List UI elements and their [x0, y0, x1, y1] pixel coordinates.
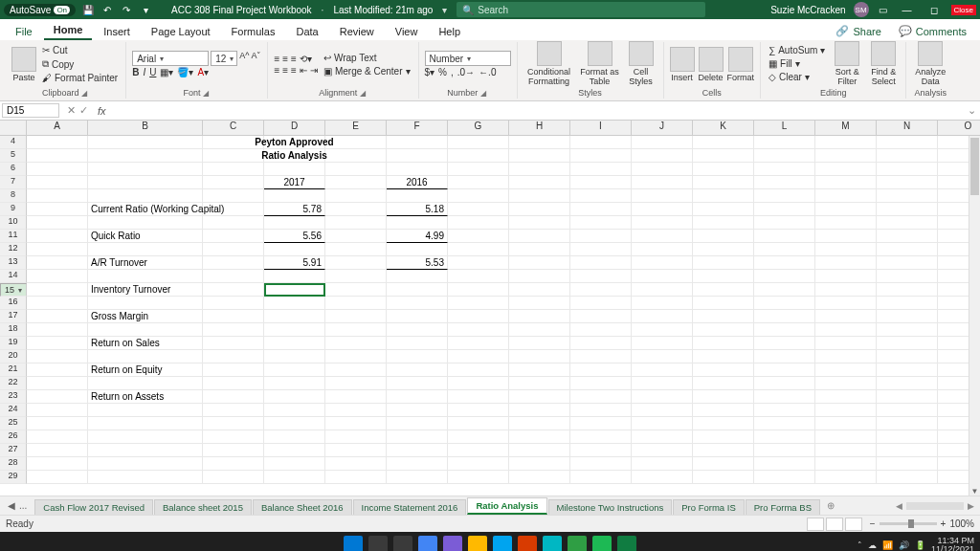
cell-K11[interactable]: [693, 230, 754, 243]
cell-N23[interactable]: [877, 390, 938, 404]
taskbar-app-5[interactable]: [518, 536, 537, 551]
cell-H29[interactable]: [509, 471, 570, 484]
cell-L23[interactable]: [754, 390, 815, 404]
cell-A17[interactable]: [27, 310, 88, 323]
analyze-data-button[interactable]: Analyze Data: [912, 41, 948, 86]
cell-B17[interactable]: Gross Margin: [88, 310, 203, 323]
cell-N25[interactable]: [877, 417, 938, 430]
italic-button[interactable]: I: [143, 67, 145, 77]
cell-F26[interactable]: [387, 430, 448, 444]
cell-C20[interactable]: [203, 350, 264, 364]
cell-C10[interactable]: [203, 216, 264, 230]
cell-N8[interactable]: [877, 189, 938, 203]
cell-N11[interactable]: [877, 230, 938, 243]
cell-L21[interactable]: [754, 364, 815, 377]
wrap-text-button[interactable]: ↩Wrap Text: [322, 52, 379, 64]
cell-M10[interactable]: [815, 216, 877, 230]
cell-G5[interactable]: [448, 149, 509, 163]
cell-C17[interactable]: [203, 310, 264, 323]
cell-L8[interactable]: [754, 189, 815, 203]
font-name-select[interactable]: Arial: [132, 51, 209, 66]
cell-G6[interactable]: [448, 163, 509, 176]
sheet-tab[interactable]: Balance sheet 2015: [154, 499, 252, 515]
cell-A9[interactable]: [27, 203, 88, 216]
taskbar-app-1[interactable]: [418, 536, 437, 551]
cell-M7[interactable]: [815, 176, 877, 189]
row-header-14[interactable]: 14: [0, 270, 27, 283]
cell-I12[interactable]: [570, 243, 632, 256]
cell-M16[interactable]: [815, 297, 877, 310]
cell-L25[interactable]: [754, 417, 815, 430]
system-clock[interactable]: 11:34 PM 11/12/2021: [931, 537, 974, 551]
cell-A15[interactable]: [27, 283, 88, 297]
cell-K12[interactable]: [693, 243, 754, 256]
cell-L17[interactable]: [754, 310, 815, 323]
cell-E6[interactable]: [325, 163, 387, 176]
cell-M29[interactable]: [815, 471, 877, 484]
indent-dec-button[interactable]: ⇤: [300, 65, 307, 76]
undo-icon[interactable]: ↶: [100, 3, 114, 16]
cell-F24[interactable]: [387, 404, 448, 417]
maximize-button[interactable]: ◻: [924, 5, 944, 15]
row-header-23[interactable]: 23: [0, 390, 27, 404]
horizontal-scrollbar[interactable]: [906, 502, 964, 510]
font-size-select[interactable]: 12: [211, 51, 237, 66]
cell-K27[interactable]: [693, 444, 754, 457]
cell-N14[interactable]: [877, 270, 938, 283]
cell-I5[interactable]: [570, 149, 632, 163]
tab-formulas[interactable]: Formulas: [222, 23, 285, 40]
cell-C18[interactable]: [203, 323, 264, 337]
row-header-15[interactable]: 15: [0, 283, 27, 297]
format-as-table-button[interactable]: Format as Table: [579, 41, 621, 86]
tab-insert[interactable]: Insert: [94, 23, 140, 40]
cell-E13[interactable]: [325, 256, 387, 270]
cell-L15[interactable]: [754, 283, 815, 297]
name-box[interactable]: D15: [2, 103, 59, 118]
cell-K16[interactable]: [693, 297, 754, 310]
cell-E26[interactable]: [325, 430, 387, 444]
cell-L20[interactable]: [754, 350, 815, 364]
cell-E23[interactable]: [325, 390, 387, 404]
sheet-tab[interactable]: Ratio Analysis: [467, 497, 546, 515]
cell-L16[interactable]: [754, 297, 815, 310]
cell-C29[interactable]: [203, 471, 264, 484]
cell-I9[interactable]: [570, 203, 632, 216]
cell-J7[interactable]: [632, 176, 693, 189]
col-header-D[interactable]: D: [264, 121, 325, 136]
row-header-7[interactable]: 7: [0, 176, 27, 189]
hscroll-right[interactable]: ▶: [968, 501, 974, 511]
row-header-4[interactable]: 4: [0, 136, 27, 149]
cell-B24[interactable]: [88, 404, 203, 417]
cell-H11[interactable]: [509, 230, 570, 243]
row-header-18[interactable]: 18: [0, 323, 27, 337]
cell-J4[interactable]: [632, 136, 693, 149]
cell-B20[interactable]: [88, 350, 203, 364]
cell-E9[interactable]: [325, 203, 387, 216]
close-button[interactable]: Close: [951, 5, 976, 15]
cell-E16[interactable]: [325, 297, 387, 310]
cell-D28[interactable]: [264, 457, 325, 471]
row-header-28[interactable]: 28: [0, 457, 27, 471]
cell-M26[interactable]: [815, 430, 877, 444]
col-header-M[interactable]: M: [815, 121, 877, 136]
start-button[interactable]: [344, 536, 363, 551]
cell-N21[interactable]: [877, 364, 938, 377]
cell-F29[interactable]: [387, 471, 448, 484]
row-header-27[interactable]: 27: [0, 444, 27, 457]
cell-B4[interactable]: [88, 136, 203, 149]
zoom-level[interactable]: 100%: [949, 518, 974, 529]
cell-J10[interactable]: [632, 216, 693, 230]
row-header-17[interactable]: 17: [0, 310, 27, 323]
cell-B25[interactable]: [88, 417, 203, 430]
cell-D10[interactable]: [264, 216, 325, 230]
row-header-19[interactable]: 19: [0, 337, 27, 350]
row-header-9[interactable]: 9: [0, 203, 27, 216]
clipboard-launcher[interactable]: ◢: [81, 89, 87, 98]
sheet-tab[interactable]: Balance Sheet 2016: [253, 499, 352, 515]
cell-L27[interactable]: [754, 444, 815, 457]
cell-I6[interactable]: [570, 163, 632, 176]
cell-E15[interactable]: [325, 283, 387, 297]
cell-J29[interactable]: [632, 471, 693, 484]
cell-L9[interactable]: [754, 203, 815, 216]
cell-M21[interactable]: [815, 364, 877, 377]
